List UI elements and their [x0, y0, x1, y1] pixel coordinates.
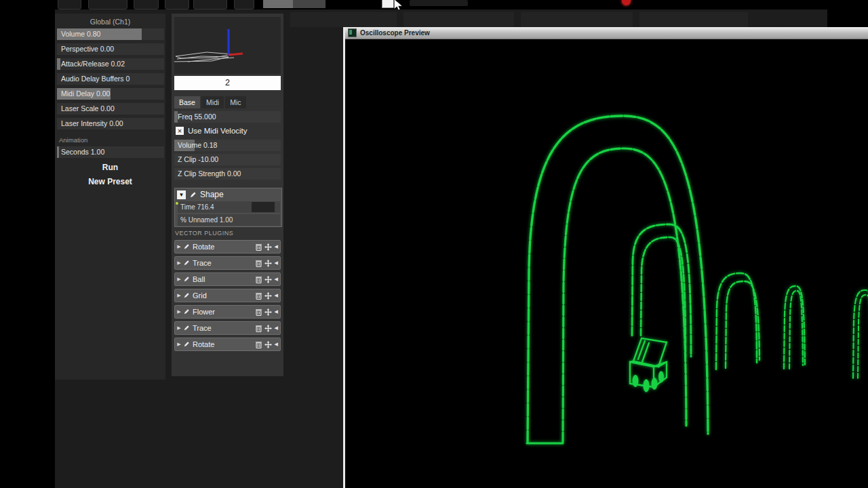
background-tab[interactable] — [403, 12, 514, 27]
shape-group-header[interactable]: ▼ Shape — [175, 188, 281, 201]
plugin-row-trace[interactable]: ▶Trace◀ — [174, 321, 281, 335]
move-icon[interactable] — [264, 341, 272, 348]
run-button[interactable]: Run — [56, 161, 164, 174]
collapse-icon[interactable]: ◀ — [275, 260, 278, 266]
slider-row[interactable]: Volume 0.80 — [57, 28, 164, 40]
shape-param-row[interactable]: % Unnamed 1.00 — [178, 214, 280, 226]
plugin-label: Rotate — [193, 340, 214, 348]
pencil-icon — [183, 308, 190, 315]
new-preset-button[interactable]: New Preset — [56, 176, 164, 188]
expand-icon[interactable]: ▶ — [175, 244, 183, 249]
move-icon[interactable] — [264, 243, 272, 251]
move-icon[interactable] — [264, 276, 272, 283]
move-icon[interactable] — [264, 292, 272, 300]
plugin-row-trace[interactable]: ▶Trace◀ — [174, 256, 281, 270]
top-toolbar — [0, 0, 868, 9]
trash-icon[interactable] — [256, 260, 262, 267]
expand-icon[interactable]: ▶ — [175, 309, 183, 314]
preview-window-titlebar[interactable]: Oscilloscope Preview — [345, 27, 868, 39]
collapse-icon[interactable]: ◀ — [275, 309, 278, 314]
toolbar-button[interactable] — [88, 0, 127, 9]
expand-icon[interactable]: ▶ — [175, 260, 183, 266]
collapse-icon[interactable]: ◀ — [275, 277, 278, 282]
collapse-icon[interactable]: ◀ — [275, 342, 278, 347]
pencil-icon — [183, 276, 190, 283]
expand-icon[interactable]: ▶ — [175, 277, 183, 282]
plugin-label: Trace — [193, 259, 212, 267]
plugin-row-rotate[interactable]: ▶Rotate◀ — [174, 240, 281, 253]
tab-mic[interactable]: Mic — [225, 96, 245, 108]
trash-icon[interactable] — [256, 276, 262, 283]
active-indicator-dot — [176, 202, 178, 205]
slider-row[interactable]: Laser Intensity 0.00 — [57, 118, 164, 129]
plugin-label: Ball — [193, 275, 205, 283]
trash-icon[interactable] — [256, 325, 262, 332]
slider-row[interactable]: Z Clip -10.00 — [174, 154, 281, 165]
move-icon[interactable] — [264, 308, 272, 316]
background-tab[interactable] — [639, 12, 748, 27]
toolbar-button[interactable] — [193, 0, 227, 9]
plugin-label: Rotate — [193, 243, 214, 251]
slider-row[interactable]: Midi Delay 0.00 — [57, 88, 164, 100]
toolbar-button[interactable] — [165, 0, 189, 9]
shape-param-row[interactable]: Time 716.4 — [178, 201, 280, 213]
tab-base[interactable]: Base — [174, 96, 200, 108]
plugin-row-ball[interactable]: ▶Ball◀ — [174, 272, 281, 286]
trash-icon[interactable] — [256, 308, 262, 316]
checkbox-label: Use Midi Velocity — [188, 125, 248, 137]
collapse-icon[interactable]: ◀ — [275, 325, 278, 331]
slider-row[interactable]: Freq 55.000 — [174, 111, 281, 123]
move-icon[interactable] — [264, 260, 272, 267]
background-tab[interactable] — [290, 12, 397, 27]
expand-icon[interactable]: ▶ — [175, 293, 183, 298]
plugin-row-rotate[interactable]: ▶Rotate◀ — [174, 338, 281, 351]
toolbar-button[interactable] — [134, 0, 159, 9]
plugin-row-flower[interactable]: ▶Flower◀ — [174, 305, 281, 319]
checkbox-icon[interactable]: × — [176, 127, 184, 135]
plugin-row-grid[interactable]: ▶Grid◀ — [174, 289, 281, 302]
slider-row[interactable]: Laser Scale 0.00 — [57, 103, 164, 115]
toolbar-button[interactable] — [234, 0, 254, 9]
shape-group: ▼ Shape Time 716.4% Unnamed 1.00 — [174, 188, 282, 227]
slider-row[interactable]: Volume 0.18 — [174, 140, 281, 151]
collapse-icon[interactable]: ◀ — [275, 244, 278, 249]
trash-icon[interactable] — [256, 341, 262, 348]
trash-icon[interactable] — [256, 292, 262, 300]
slider-label: Z Clip -10.00 — [178, 154, 218, 165]
collapse-icon[interactable]: ◀ — [275, 293, 278, 298]
slider-label: Z Clip Strength 0.00 — [178, 168, 241, 180]
trash-icon[interactable] — [256, 243, 262, 251]
slider-label: Midi Delay 0.00 — [61, 88, 110, 100]
background-tab[interactable] — [521, 12, 633, 27]
slider-row[interactable]: Audio Delay Buffers 0 — [57, 73, 164, 85]
vector-trace-drawing — [345, 39, 868, 488]
dropdown-icon[interactable]: ▼ — [177, 190, 186, 199]
plugin-label: Trace — [193, 324, 212, 332]
shape-color-swatch[interactable] — [252, 202, 275, 212]
toolbar-slider[interactable] — [263, 0, 326, 8]
oscilloscope-display[interactable] — [345, 39, 868, 488]
vector-plugins-header: VECTOR PLUGINS — [175, 230, 233, 237]
tab-midi[interactable]: Midi — [201, 96, 224, 108]
expand-icon[interactable]: ▶ — [175, 342, 183, 347]
move-icon[interactable] — [264, 325, 272, 332]
channel-value-input[interactable]: 2 — [174, 76, 281, 90]
inspector-rows: Freq 55.000×Use Midi VelocityVolume 0.18… — [174, 111, 281, 182]
shape-param-label: % Unnamed 1.00 — [180, 214, 233, 226]
slider-row[interactable]: Attack/Release 0.02 — [57, 58, 164, 70]
workspace-background: Global (Ch1) Volume 0.80Perspective 0.00… — [55, 9, 827, 488]
plugin-label: Flower — [193, 308, 215, 316]
slider-row[interactable]: Seconds 1.00 — [57, 146, 164, 158]
pencil-icon — [183, 325, 190, 331]
toolbar-button[interactable] — [58, 0, 81, 9]
slider-row[interactable]: Perspective 0.00 — [57, 43, 164, 55]
use-midi-velocity-checkbox-row[interactable]: ×Use Midi Velocity — [174, 125, 281, 137]
record-indicator-icon[interactable] — [622, 0, 631, 5]
slider-row[interactable]: Z Clip Strength 0.00 — [174, 168, 281, 180]
inspector-tabs: BaseMidiMic — [174, 96, 246, 108]
slider-label: Laser Intensity 0.00 — [61, 118, 123, 129]
shape-3d-axis-preview[interactable] — [174, 17, 281, 74]
expand-icon[interactable]: ▶ — [175, 325, 183, 331]
slider-label: Laser Scale 0.00 — [61, 103, 115, 115]
pencil-icon — [183, 260, 190, 266]
